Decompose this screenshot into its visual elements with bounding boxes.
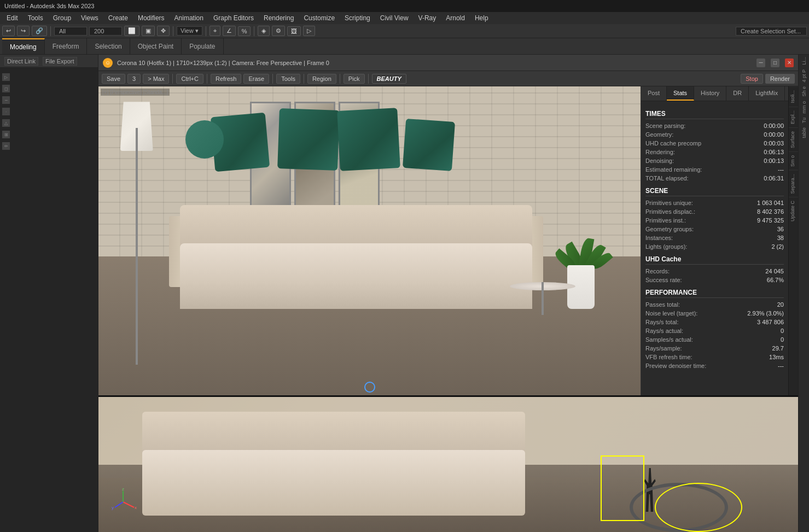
percent-snap-btn[interactable]: % <box>238 26 251 36</box>
link-button[interactable]: 🔗 <box>32 26 47 36</box>
save-render-btn[interactable]: Save <box>102 74 125 84</box>
far-right-panel: Isoli... Expl... Surface Sm o Separa... … <box>788 86 798 395</box>
menu-animation[interactable]: Animation <box>170 13 208 23</box>
move-btn[interactable]: ✥ <box>157 26 170 36</box>
left-top-header: Direct Link File Export <box>0 55 98 68</box>
erase-btn[interactable]: Erase <box>243 74 269 84</box>
app: Untitled - Autodesk 3ds Max 2023 Edit To… <box>0 0 809 532</box>
tab-modeling[interactable]: Modeling <box>2 38 45 54</box>
right-label-5[interactable]: Tu <box>800 115 808 125</box>
tab-lightmix[interactable]: LightMix <box>749 86 785 101</box>
create-selection-set[interactable]: Create Selection Set... <box>736 27 807 36</box>
render-title-bar: ☺ Corona 10 (Hotfix 1) | 1710×1239px (1:… <box>98 55 798 71</box>
close-button[interactable]: ✕ <box>785 59 794 67</box>
menu-vray[interactable]: V-Ray <box>414 13 441 23</box>
render-frame-btn[interactable]: 🖼 <box>287 26 301 36</box>
file-export-btn[interactable]: File Export <box>43 57 77 66</box>
render-btn[interactable]: Render <box>765 74 795 84</box>
max-btn[interactable]: > Max <box>143 74 169 84</box>
uv-icon[interactable]: ⊞ <box>2 131 10 138</box>
records-value: 24 045 <box>765 268 784 274</box>
round-table-bottom <box>630 483 728 532</box>
menu-help[interactable]: Help <box>470 13 493 23</box>
beauty-btn[interactable]: BEAUTY <box>372 74 406 84</box>
undo-button[interactable]: ↩ <box>2 26 15 36</box>
surface-btn[interactable]: Surface <box>789 127 798 151</box>
instances-value: 38 <box>777 235 784 241</box>
rendering-row: Rendering: 0:06:13 <box>645 148 784 156</box>
angle-snap-btn[interactable]: ∠ <box>223 26 236 36</box>
material-editor-btn[interactable]: ◈ <box>258 26 270 36</box>
menu-tools[interactable]: Tools <box>24 13 48 23</box>
bs-sofa-back <box>142 412 525 455</box>
menu-graph-editors[interactable]: Graph Editors <box>209 13 258 23</box>
tab-freeform[interactable]: Freeform <box>45 38 88 54</box>
sofa-body <box>180 243 532 309</box>
preview-denoiser-label: Preview denoiser time: <box>645 363 706 369</box>
maximize-button[interactable]: □ <box>771 59 779 67</box>
refresh-btn[interactable]: Refresh <box>211 74 242 84</box>
selection-set[interactable]: All <box>54 27 87 36</box>
primitives-unique-row: Primitives unique: 1 063 041 <box>645 198 784 207</box>
stop-btn[interactable]: Stop <box>741 74 763 84</box>
menu-create[interactable]: Create <box>104 13 132 23</box>
snap-btn[interactable]: ⌖ <box>209 26 220 36</box>
redo-button[interactable]: ↪ <box>17 26 30 36</box>
tab-stats[interactable]: Stats <box>667 86 694 101</box>
expl-btn[interactable]: Expl... <box>789 107 798 127</box>
update-btn[interactable]: Update C <box>789 197 798 225</box>
select-object-btn[interactable]: ⬜ <box>124 26 139 36</box>
separate-btn[interactable]: Separa... <box>789 170 798 197</box>
tab-post[interactable]: Post <box>641 86 667 101</box>
render-setup-btn[interactable]: ⚙ <box>272 26 285 36</box>
tab-history[interactable]: History <box>694 86 726 101</box>
right-label-3[interactable]: Sh e <box>800 84 808 99</box>
tab-selection[interactable]: Selection <box>87 38 130 54</box>
menu-modifiers[interactable]: Modifiers <box>133 13 169 23</box>
menu-scripting[interactable]: Scripting <box>340 13 375 23</box>
minimize-button[interactable]: ─ <box>756 59 765 67</box>
menu-edit[interactable]: Edit <box>2 13 22 23</box>
ctrl-c-btn[interactable]: Ctrl+C <box>176 74 203 84</box>
tab-dr[interactable]: DR <box>726 86 749 101</box>
toolbar-separator-2 <box>173 26 173 36</box>
vertex-icon[interactable]: · <box>2 108 10 115</box>
menu-views[interactable]: Views <box>77 13 103 23</box>
main-viewport[interactable]: ☺ Corona 10 (Hotfix 1) | 1710×1239px (1:… <box>98 55 798 395</box>
menu-customize[interactable]: Customize <box>299 13 339 23</box>
select-icon[interactable]: ▷ <box>2 73 10 81</box>
est-remaining-row: Estimated remaining: --- <box>645 165 784 174</box>
view-dropdown[interactable]: View ▾ <box>177 26 202 36</box>
paint-icon[interactable]: ✏ <box>2 142 10 150</box>
right-label-1[interactable]: Li... <box>800 55 808 67</box>
isoli-btn[interactable]: Isoli... <box>789 86 798 107</box>
right-label-6[interactable]: table <box>800 125 808 141</box>
bs-sofa-body <box>142 450 525 516</box>
tools-btn[interactable]: Tools <box>276 74 300 84</box>
pick-btn[interactable]: Pick <box>344 74 365 84</box>
render-window: ☺ Corona 10 (Hotfix 1) | 1710×1239px (1:… <box>98 55 798 395</box>
right-label-2[interactable]: 4 pt P <box>800 67 808 85</box>
rays-sample-row: Rays/sample: 29.7 <box>645 344 784 353</box>
region-btn[interactable]: Region <box>307 74 336 84</box>
app-title: Untitled - Autodesk 3ds Max 2023 <box>4 3 94 9</box>
menu-civil-view[interactable]: Civil View <box>376 13 413 23</box>
face-icon[interactable]: △ <box>2 119 10 127</box>
mode-btn[interactable]: 3 <box>127 74 141 84</box>
select-region-btn[interactable]: ▣ <box>142 26 155 36</box>
direct-link-btn[interactable]: Direct Link <box>4 57 38 66</box>
edge-icon[interactable]: ∼ <box>2 96 10 104</box>
menu-group[interactable]: Group <box>49 13 75 23</box>
tab-populate[interactable]: Populate <box>182 38 223 54</box>
stats-tabs: Post Stats History DR LightMix <box>641 86 788 101</box>
menu-rendering[interactable]: Rendering <box>259 13 298 23</box>
denoising-label: Denoising: <box>645 157 674 164</box>
object-filter[interactable]: 200 <box>89 27 122 36</box>
smooth-btn[interactable]: Sm o <box>789 151 798 170</box>
poly-icon[interactable]: ◻ <box>2 85 10 92</box>
right-label-4[interactable]: mm o <box>800 99 808 116</box>
render-production-btn[interactable]: ▷ <box>303 26 315 36</box>
rendering-value: 0:06:13 <box>764 149 784 155</box>
tab-object-paint[interactable]: Object Paint <box>130 38 182 54</box>
menu-arnold[interactable]: Arnold <box>441 13 469 23</box>
